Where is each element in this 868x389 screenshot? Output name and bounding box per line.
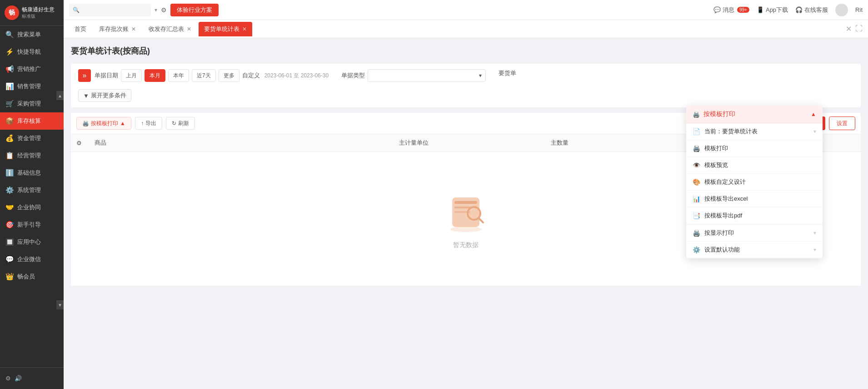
basic-icon: ℹ️ <box>5 169 14 177</box>
content-area: 要货单统计表(按商品) » 单据日期 上月 本月 本年 近7天 更多 自定义 2… <box>64 38 868 389</box>
sidebar-item-inventory[interactable]: 📦 库存核算 <box>0 112 64 130</box>
tab-inventory-batch[interactable]: 库存批次账 ✕ <box>94 22 141 36</box>
date-btn-this-month[interactable]: 本月 <box>145 69 165 82</box>
tab-inventory-batch-label: 库存批次账 <box>99 25 129 33</box>
sidebar-item-sales[interactable]: 📊 销售管理 <box>0 78 64 95</box>
svg-point-0 <box>450 227 482 232</box>
filter-expand-btn[interactable]: » <box>78 69 91 82</box>
messages-badge: 99+ <box>737 7 749 13</box>
template-print-label: 模板打印 <box>704 144 816 152</box>
refresh-icon: ↻ <box>172 120 176 126</box>
sidebar-quicknav-label: 快捷导航 <box>17 48 41 56</box>
sidebar-item-wechat[interactable]: 💬 企业微信 <box>0 251 64 268</box>
th-gear[interactable]: ⚙ <box>76 140 95 147</box>
sidebar-sales-label: 销售管理 <box>17 82 41 91</box>
finance-icon: 💰 <box>5 134 14 142</box>
sidebar-scroll-down[interactable]: ▼ <box>56 300 64 309</box>
dropdown-item-current[interactable]: 📄 当前：要货单统计表 ▾ <box>686 123 823 140</box>
sidebar-settings-btn[interactable]: ⚙ 🔊 <box>0 371 64 385</box>
sidebar-guide-label: 新手引导 <box>17 221 41 229</box>
tab-expand-btn[interactable]: ⛶ <box>855 25 863 33</box>
topbar: 🔍 ▾ ⚙ 体验行业方案 💬 消息 99+ 📱 App下载 🎧 在线客服 Rit <box>64 0 868 20</box>
dropdown-item-display-print[interactable]: 🖨️ 按显示打印 ▾ <box>686 225 823 242</box>
type-filter-group: 单据类型 ▾ <box>341 69 486 82</box>
tab-home-label: 首页 <box>75 25 86 33</box>
sidebar-scroll-up[interactable]: ▲ <box>56 91 64 100</box>
print-label: 按模板打印 <box>91 120 118 127</box>
sidebar-search-label: 搜索菜单 <box>17 30 41 39</box>
export-btn[interactable]: ↑ 导出 <box>135 117 162 130</box>
template-pdf-label: 按模板导出pdf <box>704 212 816 220</box>
marketing-icon: 📢 <box>5 65 14 73</box>
app-download-btn[interactable]: 📱 App下载 <box>757 6 788 14</box>
settings-btn[interactable]: 设置 <box>829 116 855 130</box>
tab-receivable[interactable]: 收发存汇总表 ✕ <box>143 22 197 36</box>
date-btn-this-year[interactable]: 本年 <box>168 69 189 82</box>
topbar-search[interactable]: 🔍 <box>69 4 151 16</box>
sidebar-item-marketing[interactable]: 📢 营销推广 <box>0 61 64 78</box>
date-btn-more[interactable]: 更多 <box>219 69 239 82</box>
tab-receivable-close[interactable]: ✕ <box>187 26 191 32</box>
dropdown-item-default-func[interactable]: ⚙️ 设置默认功能 ▾ <box>686 242 823 258</box>
extra-label: 要货单 <box>499 69 516 77</box>
sidebar-purchase-label: 采购管理 <box>17 100 41 108</box>
dropdown-collapse-icon[interactable]: ▲ <box>811 111 816 117</box>
sidebar-item-operations[interactable]: 📋 经营管理 <box>0 147 64 164</box>
type-select[interactable]: ▾ <box>368 69 486 82</box>
sidebar-item-finance[interactable]: 💰 资金管理 <box>0 130 64 147</box>
tab-order-stats[interactable]: 要货单统计表 ✕ <box>199 22 252 36</box>
sidebar-apps-label: 应用中心 <box>17 238 41 246</box>
expand-more-btn[interactable]: ▼ 展开更多条件 <box>78 89 131 102</box>
topbar-gear-icon[interactable]: ⚙ <box>161 6 167 14</box>
inventory-icon: 📦 <box>5 117 14 125</box>
online-service-btn[interactable]: 🎧 在线客服 <box>795 6 828 14</box>
page-title: 要货单统计表(按商品) <box>71 45 861 56</box>
svg-rect-2 <box>454 201 477 204</box>
trial-btn[interactable]: 体验行业方案 <box>170 4 219 16</box>
topbar-chevron-icon[interactable]: ▾ <box>155 7 157 13</box>
sidebar-finance-label: 资金管理 <box>17 134 41 142</box>
dropdown-item-template-preview[interactable]: 👁️ 模板预览 <box>686 157 823 174</box>
refresh-btn[interactable]: ↻ 刷新 <box>166 117 195 130</box>
logo-icon: 畅 <box>5 5 19 20</box>
sidebar-bottom: ⚙ 🔊 <box>0 367 64 389</box>
tab-receivable-label: 收发存汇总表 <box>149 25 184 33</box>
th-unit: 主计量单位 <box>399 139 551 147</box>
tab-order-stats-close[interactable]: ✕ <box>242 26 247 32</box>
sidebar-item-collab[interactable]: 🤝 企业协同 <box>0 199 64 216</box>
template-preview-label: 模板预览 <box>704 161 816 169</box>
dropdown-item-template-excel[interactable]: 📊 按模板导出excel <box>686 191 823 207</box>
messages-icon: 💬 <box>713 6 721 13</box>
sidebar: 畅 畅康通好生意 标准版 🔍 搜索菜单 ⚡ 快捷导航 📢 营销推广 📊 销售管理… <box>0 0 64 389</box>
messages-btn[interactable]: 💬 消息 99+ <box>713 6 749 14</box>
tab-inventory-batch-close[interactable]: ✕ <box>131 26 136 32</box>
sidebar-item-apps[interactable]: 🔲 应用中心 <box>0 233 64 251</box>
member-icon: 👑 <box>5 273 14 281</box>
sidebar-item-guide[interactable]: 🎯 新手引导 <box>0 216 64 233</box>
settings-bottom-icon: ⚙ <box>5 375 11 382</box>
sidebar-item-basic[interactable]: ℹ️ 基础信息 <box>0 164 64 182</box>
date-btn-7days[interactable]: 近7天 <box>192 69 216 82</box>
sidebar-member-label: 畅会员 <box>17 273 35 281</box>
current-doc-icon: 📄 <box>693 128 700 135</box>
dropdown-item-template-custom[interactable]: 🎨 模板自定义设计 <box>686 174 823 191</box>
double-right-icon: » <box>83 72 87 79</box>
sidebar-item-purchase[interactable]: 🛒 采购管理 <box>0 95 64 112</box>
date-btn-last-month[interactable]: 上月 <box>121 69 142 82</box>
dropdown-item-template-pdf[interactable]: 📑 按模板导出pdf <box>686 207 823 224</box>
expand-label: 展开更多条件 <box>91 91 126 100</box>
user-avatar[interactable] <box>835 4 848 16</box>
default-func-arrow: ▾ <box>813 247 816 253</box>
sidebar-item-quicknav[interactable]: ⚡ 快捷导航 <box>0 43 64 61</box>
sidebar-item-member[interactable]: 👑 畅会员 <box>0 268 64 285</box>
template-excel-icon: 📊 <box>693 195 700 202</box>
tab-home[interactable]: 首页 <box>69 22 92 36</box>
app-download-label: App下载 <box>766 6 788 14</box>
sidebar-item-search[interactable]: 🔍 搜索菜单 <box>0 26 64 43</box>
template-custom-icon: 🎨 <box>693 178 700 186</box>
sidebar-item-system[interactable]: ⚙️ 系统管理 <box>0 182 64 199</box>
tab-close-btn[interactable]: ✕ <box>846 25 852 33</box>
dropdown-header[interactable]: 🖨️ 按模板打印 ▲ <box>686 106 823 123</box>
dropdown-item-template-print[interactable]: 🖨️ 模板打印 <box>686 140 823 157</box>
print-btn[interactable]: 🖨️ 按模板打印 ▲ <box>76 117 131 130</box>
